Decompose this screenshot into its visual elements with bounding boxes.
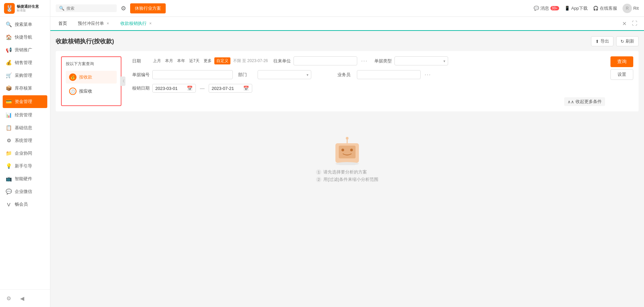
finance-label: 资金管理 bbox=[15, 99, 32, 105]
system-icon: ⚙ bbox=[5, 138, 12, 144]
sidebar-item-operations[interactable]: 📊 经营管理 bbox=[0, 109, 50, 121]
topbar: 🔍 ⚙ 休验行业方案 💬 消息 99+ 📱 App下载 🎧 在线客服 R Rit bbox=[50, 0, 644, 17]
enterprise-label: 企业协同 bbox=[15, 150, 32, 156]
filter-by-receivable-option[interactable]: 🕐 按应收 bbox=[66, 85, 117, 98]
sales-icon: 💰 bbox=[5, 60, 12, 66]
dept-label: 部门 bbox=[238, 72, 255, 78]
sidebar-item-enterprise[interactable]: 📁 企业协同 bbox=[0, 147, 50, 160]
sidebar-item-basic-info[interactable]: 📋 基础信息 bbox=[0, 121, 50, 134]
page-content: 收款核销执行(按收款) ⬆ 导出 ↻ 刷新 按以下方案查询 💰 按收款 bbox=[50, 31, 644, 307]
sidebar-item-inventory[interactable]: 📦 库存核算 bbox=[0, 82, 50, 95]
tab-prepay[interactable]: 预付冲应付单 × bbox=[72, 17, 115, 31]
empty-hint-2: 2 用[过滤]条件来缩小分析范围 bbox=[316, 176, 378, 183]
user-avatar-area[interactable]: R Rit bbox=[623, 4, 639, 13]
sidebar-item-quick-nav[interactable]: 🏠 快捷导航 bbox=[0, 31, 50, 44]
purchase-icon: 🛒 bbox=[5, 72, 12, 79]
solution-button[interactable]: 休验行业方案 bbox=[130, 3, 166, 13]
sidebar-item-sales[interactable]: 💰 销售管理 bbox=[0, 56, 50, 69]
search-menu-label: 搜索菜单 bbox=[15, 21, 32, 28]
sidebar-item-guide[interactable]: 💡 新手引导 bbox=[0, 160, 50, 172]
export-button[interactable]: ⬆ 导出 bbox=[591, 36, 613, 46]
sidebar-nav: 🔍 搜索菜单 🏠 快捷导航 📢 营销推广 💰 销售管理 🛒 采购管理 📦 库存核… bbox=[0, 17, 50, 289]
filter-date-field: 日期 上月 本月 本年 近7天 更多 自定义 不限 至 2023-07-26 bbox=[132, 57, 268, 64]
tab-writeoff-label: 收款核销执行 bbox=[120, 20, 147, 27]
online-service-icon: 🎧 bbox=[593, 6, 598, 11]
sidebar-item-system[interactable]: ⚙ 系统管理 bbox=[0, 134, 50, 147]
partner-more-btn[interactable]: ··· bbox=[360, 58, 369, 64]
filter-collapse-button[interactable]: 《 bbox=[120, 76, 125, 86]
setting-button[interactable]: 设置 bbox=[610, 69, 633, 80]
sidebar-item-wechat[interactable]: 💬 企业微信 bbox=[0, 185, 50, 198]
user-avatar: R bbox=[623, 4, 632, 13]
hint-num-2: 2 bbox=[316, 177, 321, 182]
date-shortcut-custom[interactable]: 自定义 bbox=[214, 57, 230, 64]
hardware-label: 智能硬件 bbox=[15, 176, 32, 182]
sidebar-collapse-btn[interactable]: ◀ bbox=[17, 293, 28, 304]
query-button[interactable]: 查询 bbox=[610, 56, 633, 67]
page-title: 收款核销执行(按收款) bbox=[56, 37, 114, 45]
writeoff-date-end-input[interactable] bbox=[212, 86, 242, 91]
message-btn[interactable]: 💬 消息 99+ bbox=[534, 5, 559, 11]
staff-more-btn[interactable]: ··· bbox=[423, 72, 432, 78]
topbar-gear-icon[interactable]: ⚙ bbox=[121, 5, 126, 12]
guide-icon: 💡 bbox=[5, 163, 12, 169]
guide-label: 新手引导 bbox=[15, 163, 32, 169]
dept-select[interactable] bbox=[258, 70, 311, 79]
doctype-label: 单据类型 bbox=[374, 58, 392, 64]
staff-input[interactable] bbox=[357, 70, 421, 79]
tab-writeoff[interactable]: 收款核销执行 × bbox=[115, 17, 158, 31]
main-area: 🔍 ⚙ 休验行业方案 💬 消息 99+ 📱 App下载 🎧 在线客服 R Rit bbox=[50, 0, 644, 307]
tab-prepay-close[interactable]: × bbox=[106, 20, 110, 27]
hint-num-1: 1 bbox=[316, 169, 321, 175]
sidebar-item-marketing[interactable]: 📢 营销推广 bbox=[0, 44, 50, 56]
sidebar-item-hardware[interactable]: 📺 智能硬件 bbox=[0, 172, 50, 185]
app-download-btn[interactable]: 📱 App下载 bbox=[565, 5, 588, 11]
svg-point-3 bbox=[350, 149, 353, 151]
sidebar-item-member[interactable]: V 畅会员 bbox=[0, 198, 50, 211]
tab-expand-btn[interactable]: ⛶ bbox=[631, 19, 639, 28]
date-shortcut-7days[interactable]: 近7天 bbox=[188, 57, 201, 64]
partner-input[interactable] bbox=[293, 56, 357, 65]
writeoff-date-start-input[interactable] bbox=[155, 86, 185, 91]
sidebar-item-purchase[interactable]: 🛒 采购管理 bbox=[0, 69, 50, 82]
refresh-icon: ↻ bbox=[621, 39, 624, 44]
search-input[interactable] bbox=[66, 6, 113, 11]
logo-icon: 🐰 bbox=[4, 3, 15, 14]
online-service-btn[interactable]: 🎧 在线客服 bbox=[593, 5, 617, 11]
user-name: Rit bbox=[633, 6, 639, 11]
tab-home[interactable]: 首页 bbox=[53, 17, 72, 31]
writeoff-date-start-calendar-icon[interactable]: 📅 bbox=[187, 86, 193, 91]
marketing-label: 营销推广 bbox=[15, 47, 32, 53]
sidebar-logo: 🐰 畅捷通好生意 标准版 bbox=[0, 0, 50, 17]
sales-label: 销售管理 bbox=[15, 60, 32, 66]
sidebar-item-finance[interactable]: 💳 资金管理 bbox=[3, 95, 47, 108]
filter-by-receipt-option[interactable]: 💰 按收款 bbox=[66, 71, 117, 84]
tab-close-all-btn[interactable]: ✕ bbox=[621, 19, 628, 28]
writeoff-date-end-calendar-icon[interactable]: 📅 bbox=[243, 86, 249, 91]
filter-row-2: 单据编号 部门 bbox=[132, 70, 605, 79]
tab-writeoff-close[interactable]: × bbox=[149, 20, 152, 27]
tab-bar-right-actions: ✕ ⛶ bbox=[618, 17, 641, 30]
empty-state-hints: 1 请先选择要分析的方案 2 用[过滤]条件来缩小分析范围 bbox=[316, 169, 378, 183]
doctype-select[interactable] bbox=[394, 56, 448, 65]
refresh-button[interactable]: ↻ 刷新 bbox=[616, 36, 639, 46]
date-shortcut-this-month[interactable]: 本月 bbox=[164, 57, 174, 64]
svg-rect-1 bbox=[339, 146, 356, 158]
app-download-label: App下载 bbox=[571, 5, 588, 11]
sidebar-settings-btn[interactable]: ⚙ bbox=[3, 293, 14, 304]
svg-point-2 bbox=[341, 149, 344, 151]
date-shortcut-more[interactable]: 更多 bbox=[202, 57, 213, 64]
system-label: 系统管理 bbox=[15, 138, 32, 144]
hardware-icon: 📺 bbox=[5, 176, 12, 182]
sidebar-item-search-menu[interactable]: 🔍 搜索菜单 bbox=[0, 18, 50, 31]
tab-home-label: 首页 bbox=[58, 20, 67, 27]
collapse-more-button[interactable]: ∧∧ 收起更多条件 bbox=[564, 97, 605, 106]
marketing-icon: 📢 bbox=[5, 47, 12, 53]
date-shortcut-last-month[interactable]: 上月 bbox=[152, 57, 162, 64]
docno-input[interactable] bbox=[152, 70, 233, 79]
date-shortcut-this-year[interactable]: 本年 bbox=[176, 57, 186, 64]
filter-partner-field: 往来单位 ··· bbox=[273, 56, 369, 65]
purchase-label: 采购管理 bbox=[15, 72, 32, 79]
filter-docno-field: 单据编号 bbox=[132, 70, 233, 79]
topbar-search-box[interactable]: 🔍 bbox=[56, 4, 117, 12]
